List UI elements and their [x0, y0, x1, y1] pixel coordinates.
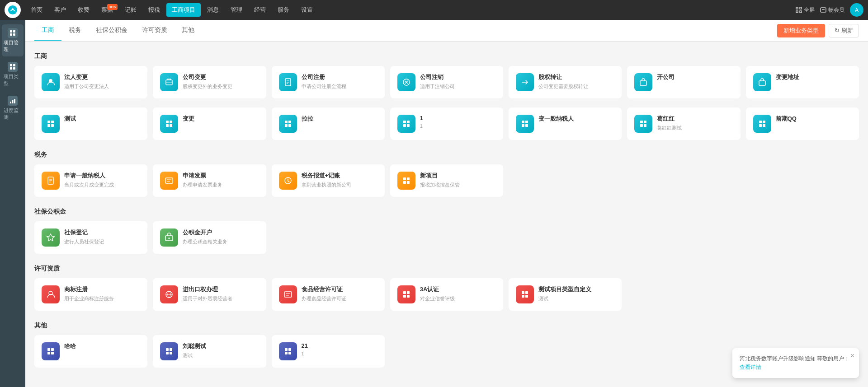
- card-shangbiao-zhuce[interactable]: 商标注册 用于企业商标注册服务: [34, 278, 147, 311]
- user-avatar[interactable]: A: [850, 3, 863, 17]
- card-faren-biangeng[interactable]: 法人变更 适用于公司变更法人: [34, 66, 147, 98]
- member-btn[interactable]: 畅会员: [820, 6, 844, 14]
- card-lala[interactable]: 拉拉: [272, 107, 385, 140]
- card-icon-3a: [397, 285, 415, 303]
- logo[interactable]: [5, 2, 21, 18]
- svg-rect-46: [407, 124, 410, 127]
- notification-link[interactable]: 查看详情: [740, 364, 761, 370]
- card-desc-spxk: 办理食品经营许可证: [302, 295, 377, 302]
- sidebar-label-project-type: 项目类型: [4, 73, 22, 87]
- refresh-button[interactable]: ↻ 刷新: [829, 24, 859, 37]
- tab-gongshang[interactable]: 工商: [34, 21, 61, 41]
- card-name-gs-zx: 公司注销: [420, 73, 496, 81]
- nav-home[interactable]: 首页: [25, 3, 48, 17]
- svg-rect-54: [644, 124, 646, 127]
- card-gongsi-zhuce[interactable]: 公司注册 申请公司注册全流程: [272, 66, 385, 98]
- card-gongsi-zhuxiao[interactable]: 公司注销 适用于注销公司: [390, 66, 503, 98]
- section-xuke: 许可资质 商标注册 用于企业商标注册服务: [34, 265, 859, 311]
- nav-business[interactable]: 工商项目: [166, 3, 201, 17]
- card-biangeng-dizhi[interactable]: 变更地址: [746, 66, 859, 98]
- card-gongjijin-kaihu[interactable]: 公积金开户 办理公积金相关业务: [153, 221, 266, 254]
- card-icon-jck: [160, 285, 178, 303]
- card-info-ghh: 葛红红 葛红红测试: [657, 115, 733, 131]
- nav-service[interactable]: 服务: [272, 3, 295, 17]
- card-icon-hh: [42, 342, 60, 360]
- section-shuiwu: 税务 申请一般纳税人 当月或次月成变更完成: [34, 151, 859, 197]
- card-name-gjkh: 公积金开户: [183, 228, 259, 237]
- card-guquan-zhuanrang[interactable]: 股权转让 公司变更需要股权转让: [509, 66, 622, 98]
- member-label: 畅会员: [828, 6, 844, 14]
- card-jinchukou[interactable]: 进出口权办理 适用于对外贸易经营者: [153, 278, 266, 311]
- card-icon-faren: [42, 73, 60, 91]
- card-icon-ll: [279, 115, 297, 133]
- card-name-sbzc: 商标注册: [64, 285, 140, 294]
- card-haha[interactable]: 哈哈: [34, 335, 147, 368]
- card-name-cszdy: 测试项目类型自定义: [538, 285, 614, 294]
- card-3a-renzheng[interactable]: 3A认证 对企业信誉评级: [390, 278, 503, 311]
- nav-client[interactable]: 客户: [49, 3, 71, 17]
- card-info-3a: 3A认证 对企业信誉评级: [420, 285, 496, 302]
- nav-manage[interactable]: 管理: [225, 3, 248, 17]
- tab-shebao[interactable]: 社保公积金: [89, 21, 135, 41]
- card-one[interactable]: 1 1: [390, 107, 503, 140]
- nav-ticket[interactable]: 票据 new: [96, 3, 118, 17]
- card-desc-gs-zx: 适用于注销公司: [420, 83, 496, 90]
- notification-text: 河北税务数字账户升级影响通知 尊敬的用户： 查看详情: [740, 354, 852, 372]
- tab-xuke[interactable]: 许可资质: [135, 21, 175, 41]
- nav-tax[interactable]: 报税: [143, 3, 165, 17]
- card-shebao-dengji[interactable]: 社保登记 进行人员社保登记: [34, 221, 147, 254]
- card-qianqi-qq[interactable]: 前期QQ: [746, 107, 859, 140]
- nav-fee[interactable]: 收费: [72, 3, 95, 17]
- svg-rect-91: [47, 352, 50, 354]
- svg-rect-43: [403, 121, 406, 123]
- card-info-sqyb: 申请一般纳税人 当月或次月成变更完成: [64, 172, 140, 188]
- card-gehonghong[interactable]: 葛红红 葛红红测试: [627, 107, 740, 140]
- card-name-ghh: 葛红红: [657, 115, 733, 123]
- card-shenqing-yiban[interactable]: 申请一般纳税人 当月或次月成变更完成: [34, 164, 147, 197]
- svg-rect-93: [166, 348, 169, 351]
- new-type-button[interactable]: 新增业务类型: [777, 24, 825, 37]
- card-shenqing-fapiao[interactable]: 申请发票 办理申请发票业务: [153, 164, 266, 197]
- svg-rect-33: [47, 124, 50, 127]
- card-desc-swbd: 拿到营业执照的新公司: [302, 182, 377, 188]
- card-ceshi-zidingyi[interactable]: 测试项目类型自定义 测试: [509, 278, 622, 311]
- tab-qita[interactable]: 其他: [175, 21, 202, 41]
- fullscreen-btn[interactable]: 全屏: [796, 6, 815, 14]
- svg-rect-42: [288, 124, 291, 127]
- nav-operation[interactable]: 经营: [249, 3, 271, 17]
- svg-rect-12: [10, 64, 12, 66]
- card-name-gq-zr: 股权转让: [538, 73, 614, 81]
- card-gongsi-biangeng[interactable]: 公司变更 股权变更外的业务变更: [153, 66, 266, 98]
- svg-rect-47: [522, 121, 524, 123]
- nav-bookkeeping[interactable]: 记账: [119, 3, 142, 17]
- card-shuiwu-baodao[interactable]: 税务报道+记账 拿到营业执照的新公司: [272, 164, 385, 197]
- card-ceshi[interactable]: 测试: [34, 107, 147, 140]
- nav-settings[interactable]: 设置: [296, 3, 318, 17]
- svg-rect-35: [166, 121, 169, 123]
- refresh-label: 刷新: [841, 27, 853, 35]
- card-21[interactable]: 21 1: [272, 335, 385, 368]
- svg-rect-94: [170, 348, 172, 351]
- sidebar-item-progress[interactable]: 进度监测: [2, 92, 24, 124]
- card-biangeng[interactable]: 变更: [153, 107, 266, 140]
- card-name-sqyb: 申请一般纳税人: [64, 172, 140, 180]
- card-name-21: 21: [302, 342, 377, 349]
- card-info-ll: 拉拉: [302, 115, 377, 125]
- notification-close-btn[interactable]: ×: [850, 352, 854, 360]
- svg-rect-39: [285, 121, 288, 123]
- shuiwu-title: 税务: [34, 151, 859, 159]
- tab-shuiwu[interactable]: 税务: [61, 21, 89, 41]
- card-xin-xiangmu[interactable]: 新项目 报税加税控盘保管: [390, 164, 503, 197]
- svg-rect-55: [759, 121, 762, 123]
- gongshang-cards-row1: 法人变更 适用于公司变更法人 公司变更 股权变更外的业务变更: [34, 66, 859, 98]
- card-info-swbd: 税务报道+记账 拿到营业执照的新公司: [302, 172, 377, 188]
- card-info-byb: 变一般纳税人: [538, 115, 614, 125]
- card-liucong-ceshi[interactable]: 刘聪测试 测试: [153, 335, 266, 368]
- nav-message[interactable]: 消息: [202, 3, 224, 17]
- card-shipin-xuke[interactable]: 食品经营许可证 办理食品经营许可证: [272, 278, 385, 311]
- sidebar-item-project-manage[interactable]: 项目管理: [2, 24, 24, 56]
- card-info-hh: 哈哈: [64, 342, 140, 352]
- card-bian-yiban[interactable]: 变一般纳税人: [509, 107, 622, 140]
- card-kai-gongsi[interactable]: 开公司: [627, 66, 740, 98]
- sidebar-item-project-type[interactable]: 项目类型: [2, 58, 24, 90]
